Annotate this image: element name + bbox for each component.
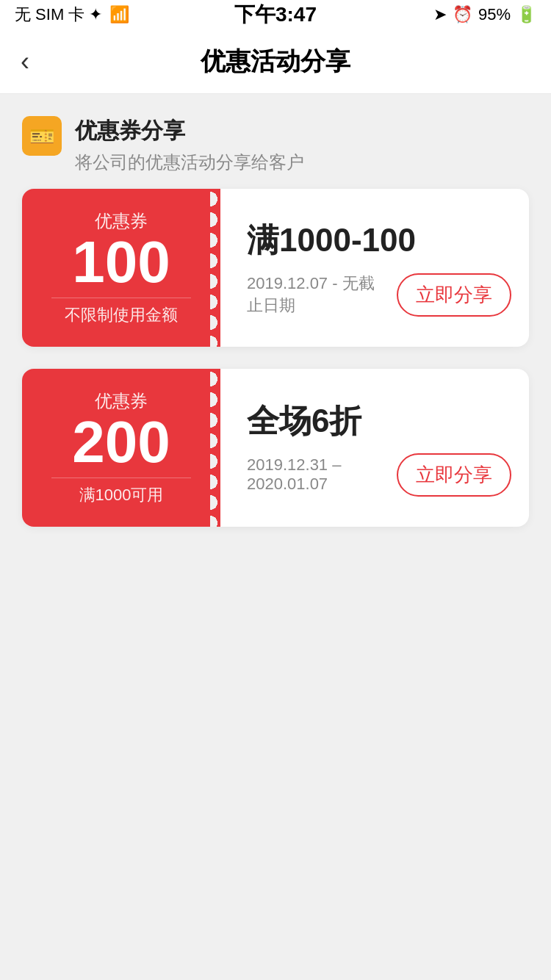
coupon-divider-2 <box>51 478 191 478</box>
status-time: 下午3:47 <box>234 1 317 29</box>
status-bar: 无 SIM 卡 ✦ 📶 下午3:47 ➤ ⏰ 95% 🔋 <box>0 0 551 29</box>
signal-text: 无 SIM 卡 ✦ <box>15 4 102 26</box>
coupon-left-2: 优惠券 200 满1000可用 <box>22 369 220 527</box>
coupon-title-1: 满1000-100 <box>247 219 511 262</box>
coupon-card-1: 优惠券 100 不限制使用金额 满1000-100 2019.12.07 - 无… <box>22 189 529 347</box>
share-button-2[interactable]: 立即分享 <box>397 453 511 497</box>
share-button-1[interactable]: 立即分享 <box>397 273 511 317</box>
location-icon: ➤ <box>433 5 447 24</box>
coupon-condition-1: 不限制使用金额 <box>65 304 178 326</box>
nav-bar: ‹ 优惠活动分享 <box>0 29 551 94</box>
coupon-list: 优惠券 100 不限制使用金额 满1000-100 2019.12.07 - 无… <box>0 189 551 549</box>
coupon-card-2: 优惠券 200 满1000可用 全场6折 2019.12.31 – 2020.0… <box>22 369 529 527</box>
coupon-actions-2: 2019.12.31 – 2020.01.07 立即分享 <box>247 453 511 497</box>
section-text: 优惠券分享 将公司的优惠活动分享给客户 <box>75 116 304 174</box>
section-subtitle: 将公司的优惠活动分享给客户 <box>75 151 304 174</box>
coupon-amount-1: 100 <box>72 233 170 292</box>
section-icon: 🎫 <box>22 116 62 156</box>
battery-icon: 🔋 <box>516 5 536 24</box>
coupon-date-2: 2019.12.31 – 2020.01.07 <box>247 455 385 494</box>
battery-text: 95% <box>478 5 511 24</box>
coupon-date-1: 2019.12.07 - 无截止日期 <box>247 273 385 317</box>
section-header: 🎫 优惠券分享 将公司的优惠活动分享给客户 <box>0 94 551 189</box>
back-button[interactable]: ‹ <box>21 48 29 75</box>
coupon-actions-1: 2019.12.07 - 无截止日期 立即分享 <box>247 273 511 317</box>
coupon-title-2: 全场6折 <box>247 400 511 443</box>
bottom-area <box>0 549 551 843</box>
alarm-icon: ⏰ <box>453 5 472 24</box>
status-left: 无 SIM 卡 ✦ 📶 <box>15 4 129 26</box>
page-title: 优惠活动分享 <box>201 45 350 79</box>
coupon-condition-2: 满1000可用 <box>79 484 164 506</box>
coupon-left-1: 优惠券 100 不限制使用金额 <box>22 189 220 347</box>
coupon-right-1: 满1000-100 2019.12.07 - 无截止日期 立即分享 <box>220 189 529 347</box>
coupon-amount-2: 200 <box>72 413 170 472</box>
coupon-divider-1 <box>51 298 191 298</box>
wifi-icon: 📶 <box>109 5 129 24</box>
status-right: ➤ ⏰ 95% 🔋 <box>433 5 536 24</box>
coupon-right-2: 全场6折 2019.12.31 – 2020.01.07 立即分享 <box>220 369 529 527</box>
section-title: 优惠券分享 <box>75 116 304 146</box>
